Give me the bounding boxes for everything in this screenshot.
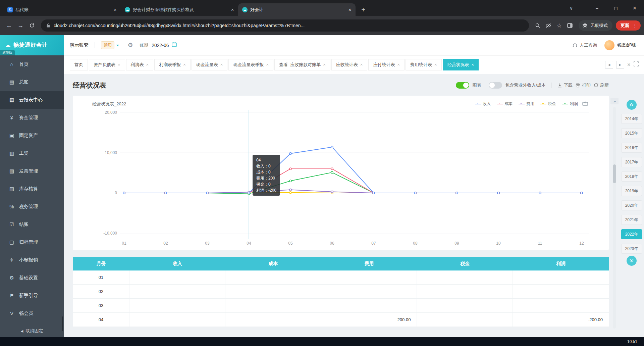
report-tab[interactable]: 现金流量表季报× <box>228 59 273 70</box>
report-tab[interactable]: 利润表季报× <box>154 59 191 70</box>
sidebar-item-inventory[interactable]: ▨库存核算 <box>0 180 64 198</box>
data-point[interactable] <box>289 180 291 182</box>
sidebar-item-member[interactable]: V畅会员 <box>0 304 64 322</box>
maximize-button[interactable]: □ <box>606 0 625 16</box>
gear-icon[interactable]: ⚙ <box>128 42 133 49</box>
sidebar-item-reimburse[interactable]: ✈小畅报销 <box>0 251 64 269</box>
sidebar-item-archive[interactable]: ▢归档管理 <box>0 233 64 251</box>
year-button[interactable]: 2014年 <box>621 114 642 124</box>
support-link[interactable]: 人工咨询 <box>572 42 597 48</box>
data-point[interactable] <box>248 192 250 194</box>
sidebar-item-closing[interactable]: ☑结账 <box>0 215 64 233</box>
search-icon[interactable] <box>532 20 543 31</box>
tab-close-icon[interactable]: × <box>360 62 363 67</box>
tab-close-icon[interactable]: × <box>118 62 120 67</box>
year-button[interactable]: 2021年 <box>621 215 642 225</box>
content-scrollbar[interactable] <box>613 107 616 329</box>
url-bar[interactable]: cloud2.chanjet.com/accounting/uh26t264j5… <box>41 19 529 32</box>
sidebar-item-home[interactable]: ⌂首页 <box>0 55 64 73</box>
tab-close-icon[interactable]: × <box>472 62 474 67</box>
close-window-button[interactable]: × <box>625 0 644 16</box>
report-tab[interactable]: 现金流量表× <box>192 59 228 70</box>
sidebar-item-tax[interactable]: %税务管理 <box>0 198 64 215</box>
legend-item[interactable]: 利润 <box>562 101 578 107</box>
refresh-button[interactable]: 刷新 <box>594 82 609 88</box>
report-tab[interactable]: 经营状况表× <box>443 59 479 70</box>
legend-item[interactable]: 税金 <box>540 101 556 107</box>
update-button[interactable]: 更新 ⋮ <box>616 20 641 31</box>
reload-button[interactable] <box>26 20 38 31</box>
table-row[interactable]: 04200.00-200.00 <box>73 313 609 327</box>
new-tab-button[interactable]: + <box>358 5 368 15</box>
year-button[interactable]: 2020年 <box>621 200 642 210</box>
sidebar-scrollbar-thumb[interactable] <box>62 316 63 331</box>
data-point[interactable] <box>289 189 291 191</box>
tab-close-icon[interactable]: × <box>229 7 235 13</box>
year-button[interactable]: 2023年 <box>621 244 642 254</box>
data-point[interactable] <box>289 192 291 194</box>
data-point[interactable] <box>331 146 333 148</box>
save-image-icon[interactable] <box>582 101 588 107</box>
calendar-icon[interactable] <box>172 42 177 48</box>
report-tab[interactable]: 利润表× <box>126 59 154 70</box>
table-row[interactable]: 01 <box>73 270 609 285</box>
account-set-name[interactable]: 演示账套 <box>70 42 89 48</box>
minimize-button[interactable]: − <box>588 0 606 16</box>
data-point[interactable] <box>456 192 458 194</box>
eye-blocked-icon[interactable] <box>543 20 554 31</box>
chart-toggle[interactable] <box>456 82 469 89</box>
data-point[interactable] <box>331 171 333 174</box>
tab-close-icon[interactable]: × <box>266 62 269 67</box>
report-tab[interactable]: 费用统计表× <box>406 59 442 70</box>
unpin-button[interactable]: ◀ 取消固定 <box>0 325 64 337</box>
browser-tab[interactable]: 易易代账× <box>3 3 121 16</box>
tab-close-icon[interactable]: × <box>112 7 118 13</box>
tab-close-icon[interactable]: × <box>146 62 149 67</box>
tab-close-icon[interactable]: × <box>323 62 326 67</box>
side-panel-icon[interactable] <box>565 20 575 31</box>
collapse-panel-button[interactable]: » <box>610 98 619 104</box>
data-point[interactable] <box>331 168 333 170</box>
years-scroll-up-button[interactable] <box>627 100 637 110</box>
table-row[interactable]: 02 <box>73 285 609 299</box>
data-point[interactable] <box>123 192 125 194</box>
report-tab[interactable]: 首页 <box>70 59 88 70</box>
sidebar-item-invoice[interactable]: ▧发票管理 <box>0 162 64 180</box>
scroll-tabs-left-button[interactable]: ◀ <box>605 61 613 69</box>
print-button[interactable]: 打印 <box>576 82 591 88</box>
sidebar-item-ledger[interactable]: ▤总账 <box>0 73 64 91</box>
year-button[interactable]: 2022年 <box>621 229 642 239</box>
download-button[interactable]: 下载 <box>557 82 573 88</box>
data-point[interactable] <box>289 168 291 170</box>
tab-search-chevron-icon[interactable]: ∨ <box>566 3 576 13</box>
data-point[interactable] <box>539 192 541 194</box>
data-point[interactable] <box>414 192 416 194</box>
forward-button[interactable]: → <box>15 20 26 31</box>
data-point[interactable] <box>581 192 583 194</box>
data-point[interactable] <box>289 152 291 154</box>
sidebar-item-salary[interactable]: ▥工资 <box>0 144 64 162</box>
legend-item[interactable]: 费用 <box>519 101 534 107</box>
report-tab[interactable]: 应收统计表× <box>331 59 368 70</box>
tab-close-icon[interactable]: × <box>434 62 437 67</box>
nonoperating-toggle[interactable] <box>489 82 502 89</box>
sidebar-item-fund[interactable]: ¥资金管理 <box>0 109 64 127</box>
user-avatar[interactable] <box>604 40 614 50</box>
years-scroll-down-button[interactable] <box>627 256 637 266</box>
legend-item[interactable]: 成本 <box>497 101 513 107</box>
tab-close-icon[interactable]: × <box>347 7 353 13</box>
sidebar-item-settings[interactable]: ⚙基础设置 <box>0 269 64 287</box>
tab-close-icon[interactable]: × <box>183 62 186 67</box>
browser-tab[interactable]: ☁好会计× <box>238 3 356 16</box>
sidebar-item-cloud-report[interactable]: ▦云报表中心 <box>0 91 64 109</box>
data-point[interactable] <box>373 192 375 194</box>
data-point[interactable] <box>165 192 167 194</box>
tab-close-icon[interactable]: × <box>397 62 400 67</box>
period-value[interactable]: 2022-06 <box>152 43 169 48</box>
report-tab[interactable]: 应付统计表× <box>368 59 405 70</box>
year-button[interactable]: 2019年 <box>621 186 642 196</box>
data-point[interactable] <box>206 192 208 194</box>
report-tab[interactable]: 查看_应收账款对账单× <box>274 59 330 70</box>
bookmark-star-icon[interactable]: ☆ <box>554 20 565 31</box>
report-tab[interactable]: 资产负债表× <box>89 59 125 70</box>
